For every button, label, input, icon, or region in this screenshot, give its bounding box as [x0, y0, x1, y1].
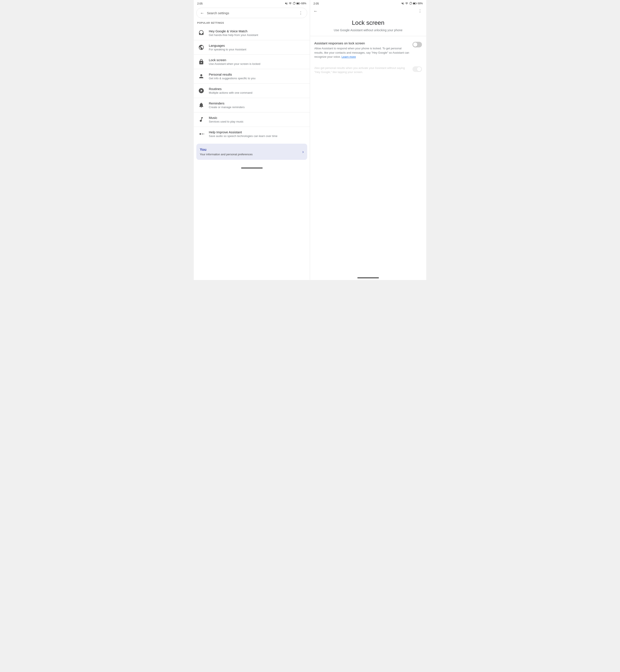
item-subtitle-languages: For speaking to your Assistant — [209, 48, 306, 51]
battery-text-right: 68% — [418, 2, 423, 5]
screen-left: 2:05 68% ← Search settings ⋮ POPULAR — [194, 0, 310, 280]
phone-lock-icon — [197, 58, 205, 66]
nav-bar-left — [194, 162, 310, 170]
item-text-routines: Routines Multiple actions with one comma… — [209, 87, 306, 94]
top-bar-right: ← ⋮ — [310, 6, 426, 15]
nav-pill-left — [241, 167, 263, 169]
item-text-reminders: Reminders Create or manage reminders — [209, 101, 306, 109]
item-text-hey-google: Hey Google & Voice Match Get hands-free … — [209, 29, 306, 37]
mic-check-icon — [197, 29, 205, 37]
settings-item-routines[interactable]: Routines Multiple actions with one comma… — [194, 84, 310, 98]
signal-icon — [293, 2, 296, 5]
item-subtitle-music: Services used to play music — [209, 120, 306, 123]
you-card-title: You — [200, 148, 253, 152]
svg-point-3 — [200, 133, 201, 135]
item-text-music: Music Services used to play music — [209, 116, 306, 123]
nav-bar-right — [310, 272, 426, 280]
search-box[interactable]: ← Search settings ⋮ — [196, 8, 307, 18]
settings-item-hey-google[interactable]: Hey Google & Voice Match Get hands-free … — [194, 26, 310, 40]
toggle-knob-1 — [413, 42, 417, 47]
more-vert-left[interactable]: ⋮ — [298, 10, 304, 16]
item-text-lock-screen: Lock screen Use Assistant when your scre… — [209, 58, 306, 65]
bell-icon — [197, 101, 205, 109]
settings-item-languages[interactable]: Languages For speaking to your Assistant — [194, 40, 310, 54]
you-card-arrow: › — [302, 149, 304, 154]
page-title-right: Lock screen — [310, 15, 426, 28]
setting-block-row-2: Also get personal results when you activ… — [314, 66, 422, 74]
item-text-languages: Languages For speaking to your Assistant — [209, 44, 306, 51]
setting-block-title-1: Assistant responses on lock screen — [314, 41, 410, 45]
time-left: 2:05 — [197, 2, 203, 5]
globe-icon — [197, 43, 205, 51]
setting-block-2: Also get personal results when you activ… — [310, 62, 426, 78]
item-subtitle-personal-results: Get info & suggestions specific to you — [209, 77, 306, 80]
mute-icon — [285, 2, 288, 5]
item-title-personal-results: Personal results — [209, 73, 306, 76]
nav-pill-right — [357, 277, 379, 278]
svg-rect-8 — [416, 3, 417, 4]
item-subtitle-reminders: Create or manage reminders — [209, 105, 306, 109]
item-title-music: Music — [209, 116, 306, 119]
learn-more-link[interactable]: Learn more — [342, 55, 356, 58]
page-subtitle-right: Use Google Assistant without unlocking y… — [310, 28, 426, 36]
item-title-reminders: Reminders — [209, 101, 306, 105]
item-subtitle-hey-google: Get hands-free help from your Assistant — [209, 33, 306, 37]
signal-icon-right — [409, 2, 412, 5]
person-icon — [197, 72, 205, 80]
battery-icon-right — [413, 2, 417, 5]
back-arrow-right[interactable]: ← — [313, 9, 318, 13]
item-title-languages: Languages — [209, 44, 306, 47]
top-bar-left: ← Search settings ⋮ — [194, 6, 310, 19]
svg-rect-2 — [300, 3, 300, 4]
mute-icon-right — [401, 2, 404, 5]
status-icons-right: 68% — [401, 2, 423, 5]
settings-item-personal-results[interactable]: Personal results Get info & suggestions … — [194, 69, 310, 83]
toggle-2 — [412, 66, 422, 72]
svg-rect-1 — [297, 3, 299, 4]
item-title-routines: Routines — [209, 87, 306, 91]
screen-right: 2:05 68% ← ⋮ Lock screen Use Google Assi… — [310, 0, 426, 280]
wifi-icon — [289, 2, 292, 5]
settings-item-reminders[interactable]: Reminders Create or manage reminders — [194, 98, 310, 112]
settings-item-music[interactable]: Music Services used to play music — [194, 112, 310, 127]
search-input-label[interactable]: Search settings — [207, 11, 295, 15]
setting-block-text-1: Assistant responses on lock screen Allow… — [314, 41, 410, 59]
item-subtitle-lock-screen: Use Assistant when your screen is locked — [209, 62, 306, 65]
screens-container: 2:05 68% ← Search settings ⋮ POPULAR — [194, 0, 426, 280]
svg-point-5 — [203, 134, 204, 134]
routines-icon — [197, 87, 205, 95]
you-card-text: You Your information and personal prefer… — [200, 148, 253, 156]
popular-settings-label: POPULAR SETTINGS — [194, 19, 310, 26]
music-icon — [197, 115, 205, 124]
status-bar-right: 2:05 68% — [310, 0, 426, 6]
settings-list: Hey Google & Voice Match Get hands-free … — [194, 26, 310, 141]
right-divider — [310, 36, 426, 36]
battery-icon — [297, 2, 300, 5]
toggle-1[interactable] — [412, 42, 422, 47]
setting-block-1: Assistant responses on lock screen Allow… — [310, 38, 426, 62]
settings-item-lock-screen[interactable]: Lock screen Use Assistant when your scre… — [194, 55, 310, 69]
assistant-logo-icon — [197, 130, 205, 138]
you-card[interactable]: You Your information and personal prefer… — [196, 144, 307, 160]
svg-point-4 — [202, 134, 203, 135]
battery-text-left: 68% — [301, 2, 306, 5]
setting-block-desc-2: Also get personal results when you activ… — [314, 66, 410, 74]
item-text-help-improve: Help Improve Assistant Save audio so spe… — [209, 130, 306, 138]
setting-block-row-1: Assistant responses on lock screen Allow… — [314, 41, 422, 59]
status-icons-left: 68% — [285, 2, 306, 5]
more-vert-right[interactable]: ⋮ — [417, 8, 423, 14]
setting-block-desc-1: Allow Assistant to respond when your pho… — [314, 46, 410, 59]
item-text-personal-results: Personal results Get info & suggestions … — [209, 73, 306, 80]
back-arrow-left[interactable]: ← — [200, 10, 204, 15]
settings-item-help-improve[interactable]: Help Improve Assistant Save audio so spe… — [194, 127, 310, 141]
item-subtitle-help-improve: Save audio so speech technologies can le… — [209, 134, 306, 138]
svg-rect-7 — [413, 3, 415, 4]
status-bar-left: 2:05 68% — [194, 0, 310, 6]
item-subtitle-routines: Multiple actions with one command — [209, 91, 306, 94]
item-title-help-improve: Help Improve Assistant — [209, 130, 306, 134]
setting-block-text-2: Also get personal results when you activ… — [314, 66, 410, 74]
wifi-icon-right — [405, 2, 408, 5]
item-title-hey-google: Hey Google & Voice Match — [209, 29, 306, 33]
time-right: 2:05 — [313, 2, 319, 5]
toggle-knob-2 — [417, 67, 421, 71]
